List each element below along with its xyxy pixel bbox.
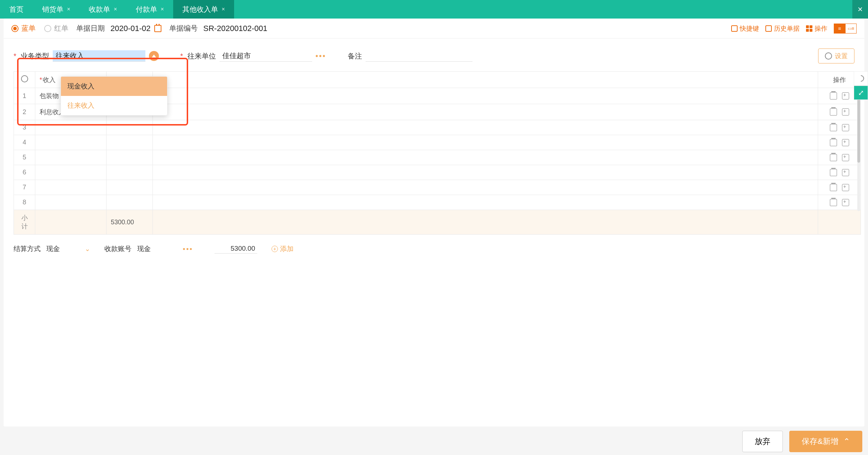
tab-other-income[interactable]: 其他收入单 × (173, 0, 234, 19)
delete-icon[interactable] (830, 154, 837, 161)
scrollbar-thumb[interactable] (857, 90, 860, 163)
delete-icon[interactable] (830, 184, 837, 191)
biz-type-label: 业务类型 (21, 51, 49, 61)
remark-input[interactable] (366, 50, 472, 62)
table-row[interactable]: 7 (14, 180, 861, 195)
row-index: 3 (14, 120, 35, 135)
copy-icon[interactable] (842, 169, 849, 176)
top-tab-bar: 首页 销货单 × 收款单 × 付款单 × 其他收入单 × × (0, 0, 868, 19)
delete-icon[interactable] (830, 169, 837, 176)
tab-home[interactable]: 首页 (0, 0, 33, 19)
close-icon[interactable]: × (67, 6, 70, 12)
party-input[interactable] (219, 50, 312, 62)
table-row[interactable]: 3 (14, 120, 861, 135)
biz-type-input[interactable] (53, 50, 145, 62)
delete-icon[interactable] (830, 124, 837, 131)
row-index: 1 (14, 88, 35, 104)
row-remark[interactable] (153, 195, 818, 210)
history-icon (765, 25, 772, 32)
row-remark[interactable] (153, 135, 818, 150)
row-remark[interactable] (153, 150, 818, 165)
delete-icon[interactable] (830, 92, 837, 99)
settings-button[interactable]: 设置 (818, 48, 854, 63)
copy-icon[interactable] (842, 92, 849, 99)
settle-method[interactable]: 结算方式 现金 ⌄ (14, 244, 90, 254)
chevron-up-icon[interactable] (149, 51, 159, 61)
table-row[interactable]: 8 (14, 195, 861, 210)
calendar-icon[interactable] (154, 25, 161, 32)
tab-payment[interactable]: 付款单 × (126, 0, 173, 19)
view-detail-button[interactable]: ▭≡ (845, 24, 857, 34)
view-list-button[interactable]: ≡ (834, 24, 845, 34)
copy-icon[interactable] (842, 124, 849, 131)
row-remark[interactable] (153, 120, 818, 135)
chevron-down-icon[interactable]: ⌄ (85, 245, 90, 253)
more-icon[interactable]: ••• (183, 245, 193, 253)
row-amount[interactable] (107, 120, 153, 135)
row-item[interactable] (35, 180, 107, 195)
row-item[interactable] (35, 135, 107, 150)
delete-icon[interactable] (830, 199, 837, 206)
date-value[interactable]: 2020-01-02 (110, 24, 151, 33)
history-link[interactable]: 历史单据 (765, 24, 800, 33)
row-amount[interactable] (107, 135, 153, 150)
table-scrollbar[interactable] (857, 90, 860, 211)
row-amount[interactable] (107, 165, 153, 180)
tab-label: 销货单 (42, 5, 63, 14)
table-row[interactable]: 6 (14, 165, 861, 180)
table-row[interactable]: 4 (14, 135, 861, 150)
copy-icon[interactable] (842, 154, 849, 161)
header-gear[interactable] (14, 72, 35, 88)
row-ops (818, 165, 861, 180)
close-icon: × (858, 4, 863, 14)
table-row[interactable]: 5 (14, 150, 861, 165)
delete-icon[interactable] (830, 108, 837, 116)
copy-icon[interactable] (842, 184, 849, 191)
business-type-field: * 业务类型 (14, 50, 159, 62)
discard-button[interactable]: 放弃 (742, 431, 783, 452)
row-remark[interactable] (153, 88, 818, 104)
attachment-button[interactable] (854, 71, 868, 86)
dropdown-option-cash[interactable]: 现金收入 (61, 77, 167, 96)
row-ops (818, 195, 861, 210)
page-body: 蓝单 红单 单据日期 2020-01-02 单据编号 SR-20200102-0… (4, 19, 864, 426)
radio-red[interactable]: 红单 (44, 24, 68, 33)
radio-icon (11, 25, 19, 32)
copy-icon[interactable] (842, 139, 849, 146)
radio-blue[interactable]: 蓝单 (11, 24, 36, 33)
row-amount[interactable] (107, 195, 153, 210)
settle-account[interactable]: 收款账号 现金 ••• (104, 244, 193, 254)
row-remark[interactable] (153, 165, 818, 180)
radio-label: 红单 (54, 24, 68, 33)
tab-receipt[interactable]: 收款单 × (79, 0, 126, 19)
row-remark[interactable] (153, 180, 818, 195)
history-label: 历史单据 (774, 24, 800, 33)
tab-label: 收款单 (89, 5, 110, 14)
close-icon[interactable]: × (222, 6, 225, 12)
close-icon[interactable]: × (114, 6, 117, 12)
copy-icon[interactable] (842, 108, 849, 116)
shortcut-link[interactable]: 快捷键 (731, 24, 759, 33)
more-icon[interactable]: ••• (316, 52, 326, 60)
row-amount[interactable] (107, 150, 153, 165)
radio-icon (44, 25, 51, 32)
close-panel-button[interactable]: × (852, 0, 868, 19)
ops-link[interactable]: 操作 (806, 24, 827, 33)
row-amount[interactable] (107, 180, 153, 195)
row-remark[interactable] (153, 104, 818, 120)
row-item[interactable] (35, 150, 107, 165)
tab-sales[interactable]: 销货单 × (33, 0, 79, 19)
dropdown-option-ar[interactable]: 往来收入 (61, 96, 167, 115)
row-item[interactable] (35, 165, 107, 180)
add-settlement[interactable]: + 添加 (272, 244, 294, 254)
expand-button[interactable]: ⤢ (854, 86, 868, 100)
row-item[interactable] (35, 120, 107, 135)
row-index: 6 (14, 165, 35, 180)
delete-icon[interactable] (830, 139, 837, 146)
save-new-button[interactable]: 保存&新增 ⌃ (789, 431, 862, 452)
row-item[interactable] (35, 195, 107, 210)
settle-amount-value: 5300.00 (215, 244, 257, 254)
copy-icon[interactable] (842, 199, 849, 206)
plus-icon: + (272, 246, 278, 252)
close-icon[interactable]: × (161, 6, 164, 12)
